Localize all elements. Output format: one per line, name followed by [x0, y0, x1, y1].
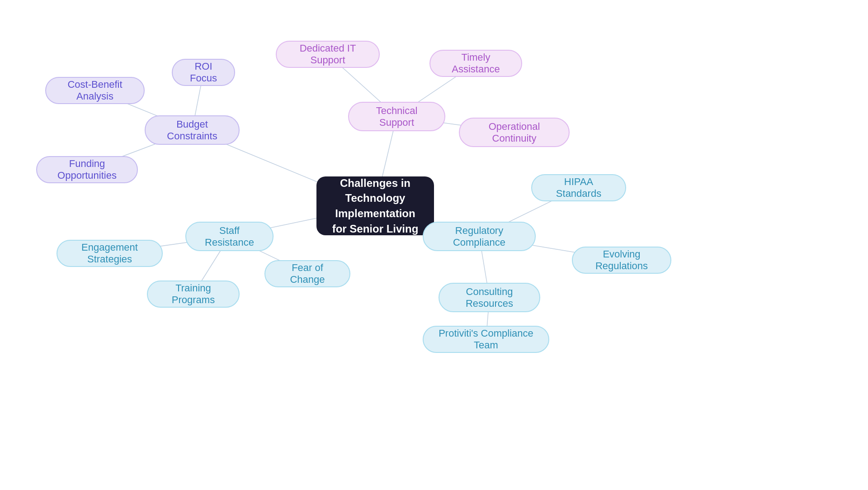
node-hipaa[interactable]: HIPAA Standards — [531, 174, 626, 201]
node-consulting[interactable]: Consulting Resources — [439, 283, 540, 312]
node-regulatory[interactable]: Regulatory Compliance — [423, 222, 536, 251]
node-cost[interactable]: Cost-Benefit Analysis — [45, 77, 145, 104]
node-timely[interactable]: Timely Assistance — [429, 50, 522, 77]
center-node[interactable]: Challenges in Technology Implementation … — [316, 176, 434, 235]
node-staff[interactable]: Staff Resistance — [185, 222, 274, 251]
node-training[interactable]: Training Programs — [147, 281, 240, 308]
node-tech[interactable]: Technical Support — [348, 102, 445, 131]
node-budget[interactable]: Budget Constraints — [145, 115, 240, 145]
node-engagement[interactable]: Engagement Strategies — [57, 240, 163, 267]
node-funding[interactable]: Funding Opportunities — [36, 156, 138, 183]
node-evolving[interactable]: Evolving Regulations — [572, 247, 671, 274]
node-fear[interactable]: Fear of Change — [264, 260, 350, 287]
mindmap-canvas: Challenges in Technology Implementation … — [0, 0, 868, 490]
node-protiviti[interactable]: Protiviti's Compliance Team — [423, 326, 549, 353]
node-roi[interactable]: ROI Focus — [172, 59, 235, 86]
node-operational[interactable]: Operational Continuity — [459, 118, 570, 147]
node-dedicated[interactable]: Dedicated IT Support — [276, 41, 380, 68]
